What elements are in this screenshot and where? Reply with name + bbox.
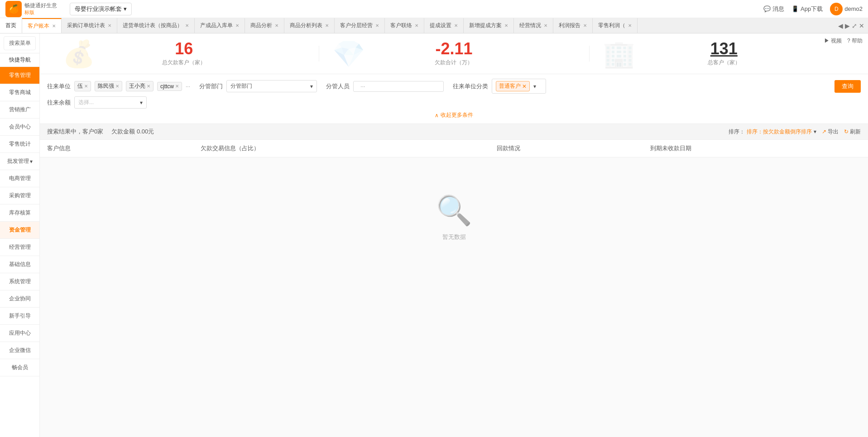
stat-label-amount: 欠款合计（万） bbox=[435, 59, 473, 66]
refresh-btn[interactable]: ↻ 刷新 bbox=[844, 128, 861, 136]
close-icon[interactable]: ✕ bbox=[415, 23, 418, 28]
app-download-btn[interactable]: 📱 App下载 bbox=[791, 5, 823, 13]
help-icon: ? bbox=[847, 38, 850, 44]
more-tags-btn[interactable]: ··· bbox=[186, 83, 190, 90]
filter-tag-wang: 王小亮 ✕ bbox=[126, 81, 153, 91]
tab-biz-status[interactable]: 经营情况 ✕ bbox=[514, 18, 553, 33]
sidebar-item-basic-info[interactable]: 基础信息 bbox=[0, 256, 39, 273]
sidebar-item-vip[interactable]: 畅会员 bbox=[0, 359, 39, 376]
store-selector[interactable]: 母婴行业演示帐套 ▾ bbox=[70, 3, 132, 15]
topbar: 🍊 畅捷通好生意 标版 母婴行业演示帐套 ▾ 💬 消息 📱 App下载 D de… bbox=[0, 0, 868, 18]
close-icon[interactable]: ✕ bbox=[628, 23, 632, 28]
remove-category-tag[interactable]: ✕ bbox=[522, 83, 527, 90]
close-icon[interactable]: ✕ bbox=[544, 23, 547, 28]
chevron-down-icon: ▾ bbox=[140, 100, 143, 106]
col-due-date: 到期未收款日期 bbox=[643, 140, 868, 157]
message-btn[interactable]: 💬 消息 bbox=[763, 5, 784, 13]
tab-home[interactable]: 首页 bbox=[0, 18, 22, 33]
sort-select[interactable]: 排序： 排序：按欠款金额倒序排序 ▾ bbox=[729, 128, 816, 136]
sidebar-item-marketing[interactable]: 营销推广 bbox=[0, 101, 39, 119]
close-icon[interactable]: ✕ bbox=[108, 23, 111, 28]
tab-new-promote[interactable]: 新增提成方案 ✕ bbox=[464, 18, 514, 33]
close-icon[interactable]: ✕ bbox=[235, 23, 239, 28]
close-icon[interactable]: ✕ bbox=[583, 23, 587, 28]
filter-row-1: 往来单位 伍 ✕ 陈民强 ✕ 王小亮 ✕ cjttcw ✕ ··· bbox=[47, 79, 861, 94]
sidebar-item-beginner[interactable]: 新手引导 bbox=[0, 308, 39, 325]
data-table: 客户信息 欠款交易信息（占比） 回款情况 到期未收款日期 bbox=[40, 140, 868, 157]
remove-tag-wu[interactable]: ✕ bbox=[84, 84, 88, 89]
user-avatar[interactable]: D demo2 bbox=[830, 3, 863, 15]
filter-bar: 往来单位 伍 ✕ 陈民强 ✕ 王小亮 ✕ cjttcw ✕ ··· bbox=[40, 74, 868, 124]
chevron-down-icon: ▾ bbox=[533, 83, 536, 90]
close-icon[interactable]: ✕ bbox=[275, 23, 278, 28]
tab-close-all-icon[interactable]: ✕ bbox=[859, 22, 864, 29]
empty-text: 暂无数据 bbox=[442, 233, 466, 241]
sidebar-item-enterprise[interactable]: 企业协同 bbox=[0, 290, 39, 308]
balance-select[interactable]: 选择... ▾ bbox=[74, 96, 147, 109]
refresh-icon: ↻ bbox=[844, 128, 849, 135]
col-debt-info: 欠款交易信息（占比） bbox=[193, 140, 489, 157]
tab-accounts[interactable]: 客户账本 ✕ bbox=[22, 18, 62, 33]
tab-goods-list[interactable]: 商品分析列表 ✕ bbox=[284, 18, 335, 33]
message-icon: 💬 bbox=[763, 5, 771, 12]
tab-expand-icon[interactable]: ⤢ bbox=[852, 22, 857, 29]
tab-promote-settings[interactable]: 提成设置 ✕ bbox=[424, 18, 464, 33]
remove-tag-wang[interactable]: ✕ bbox=[147, 84, 150, 89]
sidebar-item-retail-stats[interactable]: 零售统计 bbox=[0, 136, 39, 153]
topbar-left: 🍊 畅捷通好生意 标版 母婴行业演示帐套 ▾ bbox=[5, 1, 132, 17]
quick-nav-btn[interactable]: 快捷导航 bbox=[0, 53, 39, 67]
close-icon[interactable]: ✕ bbox=[375, 23, 379, 28]
tab-customer-tier[interactable]: 客户分层经营 ✕ bbox=[335, 18, 385, 33]
sidebar-item-retail-mall[interactable]: 零售商城 bbox=[0, 84, 39, 101]
staff-select[interactable]: ··· bbox=[353, 81, 444, 92]
sidebar-item-enterprise-wechat[interactable]: 企业微信 bbox=[0, 342, 39, 359]
sidebar-item-purchase-mgmt[interactable]: 采购管理 bbox=[0, 187, 39, 204]
sidebar: 搜索菜单 快捷导航 零售管理 零售商城 营销推广 会员中心 零售统计 批发管理 … bbox=[0, 33, 40, 437]
sidebar-item-ops-mgmt[interactable]: 经营管理 bbox=[0, 239, 39, 256]
close-icon[interactable]: ✕ bbox=[325, 23, 329, 28]
sidebar-item-retail-mgmt[interactable]: 零售管理 bbox=[0, 67, 39, 84]
close-icon[interactable]: ✕ bbox=[504, 23, 508, 28]
collapse-btn[interactable]: ∧ 收起更多条件 bbox=[435, 111, 473, 119]
category-select[interactable]: 普通客户 ✕ ▾ bbox=[492, 79, 546, 94]
sidebar-item-app-center[interactable]: 应用中心 bbox=[0, 325, 39, 342]
dept-select[interactable]: 分管部门 ▾ bbox=[226, 80, 317, 92]
query-button[interactable]: 查询 bbox=[834, 80, 861, 93]
tab-production[interactable]: 产成品入库单 ✕ bbox=[195, 18, 245, 33]
help-btn[interactable]: ? 帮助 bbox=[847, 37, 863, 45]
close-icon[interactable]: ✕ bbox=[185, 23, 189, 28]
table-header: 客户信息 欠款交易信息（占比） 回款情况 到期未收款日期 bbox=[40, 140, 868, 157]
chevron-down-icon: ▾ bbox=[310, 83, 313, 90]
search-menu-btn[interactable]: 搜索菜单 bbox=[4, 36, 36, 50]
sidebar-item-member-center[interactable]: 会员中心 bbox=[0, 119, 39, 136]
staff-dots[interactable]: ··· bbox=[360, 83, 365, 90]
tab-profit-report[interactable]: 利润报告 ✕ bbox=[553, 18, 593, 33]
tab-purchase-stat[interactable]: 进货单统计表（按商品） ✕ bbox=[117, 18, 195, 33]
tab-retail-profit[interactable]: 零售利润（ ✕ bbox=[593, 18, 638, 33]
remove-tag-cj[interactable]: ✕ bbox=[175, 84, 179, 89]
sidebar-item-inventory[interactable]: 库存核算 bbox=[0, 204, 39, 222]
phone-icon: 📱 bbox=[791, 5, 799, 12]
video-btn[interactable]: ▶ 视频 bbox=[824, 37, 842, 45]
tab-prev-icon[interactable]: ◀ bbox=[838, 22, 843, 29]
sidebar-item-finance-mgmt[interactable]: 资金管理 bbox=[0, 222, 39, 239]
sidebar-item-system-mgmt[interactable]: 系统管理 bbox=[0, 273, 39, 290]
tab-customer-contact[interactable]: 客户联络 ✕ bbox=[385, 18, 424, 33]
close-icon[interactable]: ✕ bbox=[52, 24, 56, 28]
tab-goods-analysis[interactable]: 商品分析 ✕ bbox=[245, 18, 284, 33]
staff-label: 分管人员 bbox=[326, 82, 350, 90]
close-icon[interactable]: ✕ bbox=[454, 23, 458, 28]
tab-actions: ◀ ▶ ⤢ ✕ bbox=[834, 22, 868, 29]
export-btn[interactable]: ↗ 导出 bbox=[822, 128, 839, 136]
filter-tag-cj: cjttcw ✕ bbox=[157, 82, 182, 91]
sidebar-item-wholesale-mgmt[interactable]: 批发管理 ▾ bbox=[0, 153, 39, 170]
export-icon: ↗ bbox=[822, 128, 826, 135]
remove-tag-chen[interactable]: ✕ bbox=[115, 84, 119, 89]
tab-purchase-order[interactable]: 采购订单统计表 ✕ bbox=[62, 18, 117, 33]
sidebar-item-ecommerce[interactable]: 电商管理 bbox=[0, 170, 39, 187]
table-toolbar: 搜索结果中，客户0家 欠款金额 0.00元 排序： 排序：按欠款金额倒序排序 ▾… bbox=[40, 124, 868, 140]
tab-next-icon[interactable]: ▶ bbox=[845, 22, 850, 29]
category-tag: 普通客户 ✕ bbox=[496, 81, 530, 91]
col-customer-info: 客户信息 bbox=[40, 140, 193, 157]
stat-label-customers: 总欠款客户（家） bbox=[162, 59, 206, 66]
